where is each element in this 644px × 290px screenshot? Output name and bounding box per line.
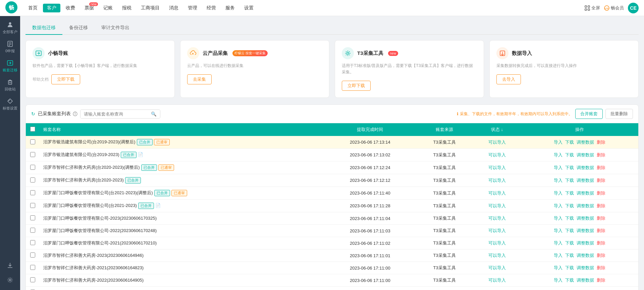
row-action-导入[interactable]: 导入 [554,191,562,196]
row-checkbox[interactable] [30,240,35,245]
row-action-导入[interactable]: 导入 [554,140,562,145]
row-action-调整数据[interactable]: 调整数据 [577,178,594,183]
row-action-删除[interactable]: 删除 [597,228,605,233]
t3-download-btn[interactable]: 立即下载 [342,81,371,91]
tab-audit-export[interactable]: 审计文件导出 [95,21,136,35]
avatar[interactable]: CE [628,3,639,13]
row-action-删除[interactable]: 删除 [597,253,605,258]
sidebar-download-btn[interactable] [4,259,16,271]
sidebar-item-all-clients[interactable]: 全部客户 [1,19,19,37]
row-checkbox[interactable] [30,252,35,258]
row-checkbox[interactable] [30,139,35,144]
row-checkbox[interactable] [30,228,35,233]
nav-item-operate[interactable]: 经营 [203,4,220,12]
row-action-下载[interactable]: 下载 [565,165,574,170]
fullscreen-btn[interactable]: 全屏 [585,5,600,11]
row-action-下载[interactable]: 下载 [565,265,574,270]
row-action-导入[interactable]: 导入 [554,253,562,258]
go-collect-btn[interactable]: 去采集 [187,74,212,84]
row-action-导入[interactable]: 导入 [554,178,562,183]
row-checkbox[interactable] [30,190,35,195]
nav-item-setting[interactable]: 设置 [240,4,258,12]
select-all-checkbox[interactable] [30,127,35,132]
row-checkbox[interactable] [30,265,35,270]
search-input[interactable] [80,110,148,118]
row-checkbox[interactable] [30,177,35,183]
tab-backup-migrate[interactable]: 备份迁移 [62,21,95,35]
row-action-导入[interactable]: 导入 [554,152,562,157]
row-checkbox[interactable] [30,277,35,282]
row-action-下载[interactable]: 下载 [565,152,574,157]
row-action-下载[interactable]: 下载 [565,253,574,258]
row-checkbox[interactable] [30,165,35,170]
sidebar-settings-btn[interactable] [4,274,16,286]
row-action-删除[interactable]: 删除 [597,191,605,196]
row-action-删除[interactable]: 删除 [597,240,605,245]
nav-item-tax[interactable]: 报税 [118,4,136,12]
file-icon[interactable]: 📄 [138,152,143,157]
vip-btn[interactable]: VIP 畅会员 [604,5,624,11]
row-action-下载[interactable]: 下载 [565,140,574,145]
nav-item-fee[interactable]: 收费 [62,4,79,12]
row-action-下载[interactable]: 下载 [565,216,574,221]
row-action-删除[interactable]: 删除 [597,203,605,208]
sidebar-item-migrate[interactable]: 账套迁移 [1,57,19,75]
nav-item-client[interactable]: 客户 [43,4,60,12]
sidebar-label-zero-report: 0申报 [5,49,15,54]
row-action-导入[interactable]: 导入 [554,216,562,221]
row-action-导入[interactable]: 导入 [554,265,562,270]
row-action-调整数据[interactable]: 调整数据 [577,278,594,283]
row-action-导入[interactable]: 导入 [554,203,562,208]
row-action-调整数据[interactable]: 调整数据 [577,191,594,196]
row-action-删除[interactable]: 删除 [597,265,605,270]
row-action-调整数据[interactable]: 调整数据 [577,140,594,145]
row-action-下载[interactable]: 下载 [565,228,574,233]
row-action-导入[interactable]: 导入 [554,240,562,245]
row-action-删除[interactable]: 删除 [597,152,605,157]
row-action-删除[interactable]: 删除 [597,278,605,283]
row-checkbox[interactable] [30,215,35,220]
row-action-下载[interactable]: 下载 [565,191,574,196]
row-action-删除[interactable]: 删除 [597,140,605,145]
sidebar-item-zero-report[interactable]: 0申报 [1,38,19,56]
logo[interactable]: 畅 [5,1,19,15]
nav-item-message[interactable]: 消息 [165,4,182,12]
row-action-导入[interactable]: 导入 [554,278,562,283]
refresh-icon[interactable]: ↻ [31,111,35,117]
file-icon[interactable]: 📄 [155,203,161,208]
row-action-下载[interactable]: 下载 [565,178,574,183]
nav-item-home[interactable]: 首页 [24,4,42,12]
nav-item-service[interactable]: 服务 [221,4,239,12]
search-btn[interactable]: 🔍 [148,110,160,118]
row-checkbox[interactable] [30,203,35,208]
row-action-删除[interactable]: 删除 [597,178,605,183]
row-action-下载[interactable]: 下载 [565,240,574,245]
row-action-导入[interactable]: 导入 [554,165,562,170]
bulk-remove-btn[interactable]: 批量删除 [605,109,633,119]
row-action-调整数据[interactable]: 调整数据 [577,253,594,258]
row-action-导入[interactable]: 导入 [554,228,562,233]
row-action-调整数据[interactable]: 调整数据 [577,240,594,245]
row-checkbox[interactable] [30,152,35,157]
sidebar-item-tag-setting[interactable]: 标签设置 [1,95,19,114]
merge-btn[interactable]: 合并账套 [575,109,603,119]
row-action-调整数据[interactable]: 调整数据 [577,203,594,208]
row-action-调整数据[interactable]: 调整数据 [577,152,594,157]
go-import-btn[interactable]: 去导入 [496,74,521,84]
row-action-删除[interactable]: 删除 [597,216,605,221]
row-action-删除[interactable]: 删除 [597,165,605,170]
sidebar-item-trash[interactable]: 回收站 [1,76,19,94]
row-action-调整数据[interactable]: 调整数据 [577,165,594,170]
nav-item-business[interactable]: 工商项目 [137,4,164,12]
download-now-btn[interactable]: 立即下载 [51,74,80,84]
row-action-调整数据[interactable]: 调整数据 [577,265,594,270]
row-action-下载[interactable]: 下载 [565,278,574,283]
tab-data-migrate[interactable]: 数据包迁移 [25,21,62,35]
nav-item-invoice[interactable]: 票据new [80,4,98,12]
nav-item-manage[interactable]: 管理 [184,4,201,12]
row-action-调整数据[interactable]: 调整数据 [577,228,594,233]
help-doc-link[interactable]: 帮助文档 [33,77,49,82]
row-action-调整数据[interactable]: 调整数据 [577,216,594,221]
row-action-下载[interactable]: 下载 [565,203,574,208]
nav-item-account[interactable]: 记账 [99,4,117,12]
